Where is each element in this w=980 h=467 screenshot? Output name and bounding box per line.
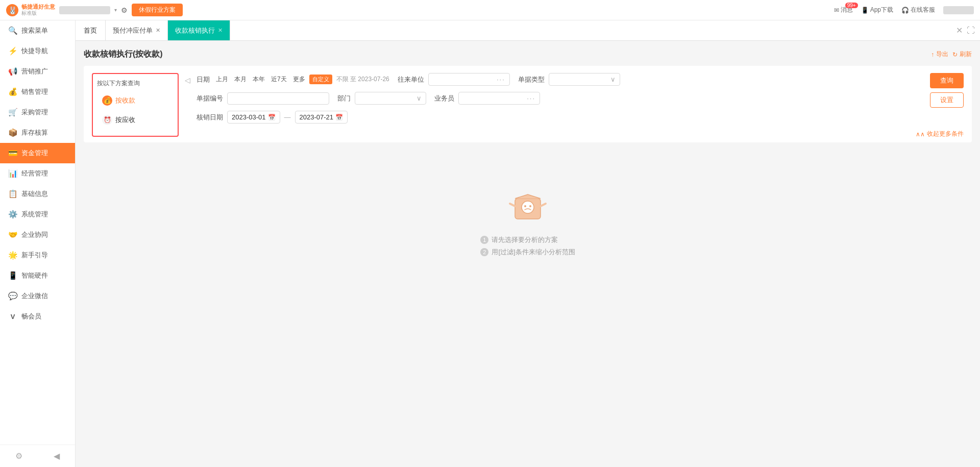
date-shortcuts: 上月 本月 本年 近7天 更多 自定义 — [214, 74, 332, 85]
filter-dept-group: 部门 ∨ — [337, 92, 426, 105]
filter-verify-date-group: 核销日期 2023-03-01 📅 — 2023-07-21 — [197, 111, 348, 124]
doctype-select[interactable]: ∨ — [549, 73, 620, 86]
tab-receipt-write-off[interactable]: 收款核销执行 ✕ — [168, 20, 230, 40]
filter-row-2: 单据编号 部门 ∨ — [197, 92, 922, 105]
sidebar-item-label: 畅会员 — [21, 312, 41, 321]
staff-dots-icon: ··· — [527, 94, 535, 102]
sidebar-item-label: 快捷导航 — [21, 46, 48, 56]
sidebar-item-system[interactable]: ⚙️ 系统管理 — [0, 204, 75, 225]
sidebar-item-finance[interactable]: 💳 资金管理 — [0, 143, 75, 163]
sidebar-item-label: 采购管理 — [21, 108, 48, 117]
sidebar-item-label: 新手引导 — [21, 251, 48, 260]
tab-fullscreen-icon[interactable]: ⛶ — [967, 26, 975, 35]
sidebar-item-sales[interactable]: 💰 销售管理 — [0, 82, 75, 102]
workspace-selector[interactable] — [59, 6, 110, 14]
sidebar-item-guide[interactable]: 🌟 新手引导 — [0, 245, 75, 265]
verify-date-end-input[interactable]: 2023-07-21 📅 — [295, 111, 348, 124]
sidebar-item-enterprise[interactable]: 🤝 企业协同 — [0, 225, 75, 245]
sidebar-item-inventory[interactable]: 📦 库存核算 — [0, 122, 75, 143]
verify-date-label: 核销日期 — [197, 113, 223, 122]
date-shortcut-more[interactable]: 更多 — [291, 74, 307, 85]
date-shortcut-custom[interactable]: 自定义 — [309, 75, 332, 84]
sidebar-item-search-menu[interactable]: 🔍 搜索菜单 — [0, 20, 75, 41]
tab-receipt-write-off-close-icon[interactable]: ✕ — [218, 27, 223, 34]
operations-icon: 📊 — [8, 169, 17, 178]
filter-action-buttons: 查询 设置 — [922, 73, 964, 108]
verify-date-start-input[interactable]: 2023-03-01 📅 — [227, 111, 280, 124]
workspace-arrow-icon[interactable]: ▾ — [114, 7, 117, 13]
staff-input[interactable]: ··· — [458, 92, 540, 105]
sidebar-collapse-icon[interactable]: ◀ — [50, 449, 64, 463]
industry-solution-button[interactable]: 休假行业方案 — [132, 4, 183, 16]
date-shortcut-this-month[interactable]: 本月 — [232, 74, 249, 85]
sidebar-item-basic-info[interactable]: 📋 基础信息 — [0, 184, 75, 204]
sidebar-item-label: 营销推广 — [21, 67, 48, 76]
tab-home[interactable]: 首页 — [76, 20, 106, 40]
dept-select[interactable]: ∨ — [355, 92, 426, 105]
sidebar-item-member[interactable]: V 畅会员 — [0, 306, 75, 327]
content-area: 首页 预付冲应付单 ✕ 收款核销执行 ✕ ✕ ⛶ 收款核销执行(按收款) — [76, 20, 980, 467]
tab-prepay-close-icon[interactable]: ✕ — [156, 27, 160, 34]
tab-home-label: 首页 — [84, 26, 97, 35]
page-header: 收款核销执行(按收款) ↑ 导出 ↻ 刷新 — [84, 49, 972, 60]
export-label: 导出 — [936, 50, 948, 59]
date-shortcut-this-year[interactable]: 本年 — [251, 74, 267, 85]
refresh-button[interactable]: ↻ 刷新 — [952, 50, 972, 59]
by-receivable-icon: ⏰ — [102, 115, 112, 125]
cal-end-icon: 📅 — [335, 114, 343, 121]
basic-info-icon: 📋 — [8, 189, 17, 199]
empty-text-block: 1 请先选择要分析的方案 2 用[过滤]条件来缩小分析范围 — [480, 235, 575, 257]
docno-label: 单据编号 — [197, 94, 223, 103]
inventory-icon: 📦 — [8, 128, 17, 137]
app-label: App下载 — [870, 6, 893, 14]
step2-num: 2 — [480, 248, 488, 256]
tab-prepay[interactable]: 预付冲应付单 ✕ — [106, 20, 168, 40]
cal-start-icon: 📅 — [268, 114, 276, 121]
logo-icon: 🐰 — [6, 4, 18, 16]
filter-option-by-receivable[interactable]: ⏰ 按应收 — [97, 111, 174, 129]
filter-counterparty-group: 往来单位 ··· — [398, 73, 510, 86]
member-icon: V — [8, 313, 17, 321]
docno-input[interactable] — [227, 92, 329, 105]
filter-panel-title: 按以下方案查询 — [97, 79, 174, 88]
filter-fields: 日期 上月 本月 本年 近7天 更多 自定义 — [197, 73, 922, 128]
purchase-icon: 🛒 — [8, 108, 17, 117]
finance-icon: 💳 — [8, 149, 17, 158]
query-button[interactable]: 查询 — [930, 73, 964, 88]
tab-prepay-label: 预付冲应付单 — [113, 26, 153, 35]
filter-collapse-btn[interactable]: ◁ — [185, 73, 190, 84]
filter-option-by-receipt[interactable]: 💰 按收款 — [97, 92, 174, 109]
sidebar-item-wechat[interactable]: 💬 企业微信 — [0, 286, 75, 306]
wechat-icon: 💬 — [8, 291, 17, 301]
sidebar-item-label: 搜索菜单 — [21, 26, 48, 35]
sidebar-item-purchase[interactable]: 🛒 采购管理 — [0, 102, 75, 122]
counterparty-input[interactable]: ··· — [428, 73, 510, 86]
filter-row-3: 核销日期 2023-03-01 📅 — 2023-07-21 — [197, 111, 922, 124]
filter-staff-group: 业务员 ··· — [434, 92, 540, 105]
settings-icon[interactable]: ⚙ — [121, 6, 128, 14]
sidebar-item-operations[interactable]: 📊 经营管理 — [0, 163, 75, 184]
tab-close-all-icon[interactable]: ✕ — [956, 26, 963, 35]
sidebar-item-quick-nav[interactable]: ⚡ 快捷导航 — [0, 41, 75, 61]
collapse-more-button[interactable]: ∧∧ 收起更多条件 — [916, 130, 964, 138]
user-info[interactable] — [943, 6, 974, 14]
app-icon: 📱 — [861, 7, 869, 14]
filter-settings-button[interactable]: 设置 — [930, 92, 964, 108]
date-shortcut-last-month[interactable]: 上月 — [214, 74, 230, 85]
sidebar-bottom: ⚙ ◀ — [0, 445, 75, 467]
sidebar-item-label: 库存核算 — [21, 128, 48, 137]
filter-options-panel: 按以下方案查询 💰 按收款 ⏰ 按应收 — [92, 73, 179, 137]
sidebar-item-hardware[interactable]: 📱 智能硬件 — [0, 265, 75, 286]
filter-docno-group: 单据编号 — [197, 92, 329, 105]
sidebar-item-label: 销售管理 — [21, 87, 48, 96]
export-button[interactable]: ↑ 导出 — [931, 50, 948, 59]
online-service-button[interactable]: 🎧 在线客服 — [901, 6, 935, 14]
hardware-icon: 📱 — [8, 271, 17, 280]
app-download-button[interactable]: 📱 App下载 — [861, 6, 893, 14]
filter-panel: 按以下方案查询 💰 按收款 ⏰ 按应收 ◁ — [84, 66, 972, 142]
sidebar-item-marketing[interactable]: 📢 营销推广 — [0, 61, 75, 82]
sidebar-item-label: 基础信息 — [21, 189, 48, 199]
date-shortcut-7days[interactable]: 近7天 — [269, 74, 289, 85]
sidebar-settings-icon[interactable]: ⚙ — [11, 449, 27, 463]
message-button[interactable]: ✉ 消息 99+ — [834, 6, 853, 14]
